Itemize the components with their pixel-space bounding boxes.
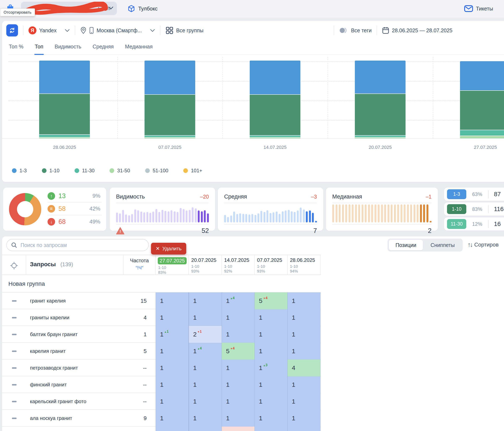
legend-item-31-50[interactable]: 31-50 bbox=[109, 168, 130, 174]
position-cell[interactable]: 1 bbox=[156, 293, 189, 309]
table-row[interactable]: финский гранит--11111 bbox=[2, 376, 321, 393]
bar-segment-1-3[interactable] bbox=[355, 61, 405, 93]
position-cell[interactable]: 1 bbox=[222, 410, 255, 427]
tab-Видимость[interactable]: Видимость bbox=[54, 41, 82, 55]
view-Сниппеты[interactable]: Сниппеты bbox=[424, 240, 461, 250]
position-cell[interactable] bbox=[189, 427, 222, 431]
position-cell[interactable]: 1 bbox=[189, 393, 222, 410]
position-cell[interactable] bbox=[288, 427, 321, 431]
position-cell[interactable]: 1 bbox=[288, 343, 321, 359]
header-date-07.07.2025[interactable]: 07.07.20251-1093% bbox=[254, 255, 288, 275]
position-cell[interactable]: 1 bbox=[288, 293, 321, 309]
delete-date-button[interactable]: ✕ Удалить bbox=[151, 243, 186, 255]
position-cell[interactable]: 1 bbox=[156, 393, 189, 410]
header-date-20.07.2025[interactable]: 20.07.20251-1093% bbox=[189, 255, 222, 275]
drag-handle[interactable] bbox=[12, 334, 17, 335]
bar-segment-1-3[interactable] bbox=[39, 61, 90, 93]
bar-segment-31-50[interactable] bbox=[460, 136, 504, 138]
bar-segment-11-30[interactable] bbox=[355, 136, 405, 137]
bar-segment-1-3[interactable] bbox=[250, 61, 300, 94]
drag-handle[interactable] bbox=[12, 418, 17, 419]
table-row[interactable]: карельский гранит фото--11111 bbox=[2, 393, 321, 410]
position-cell[interactable] bbox=[254, 427, 288, 431]
position-cell[interactable]: 5▼4 bbox=[254, 293, 288, 309]
date-range-picker[interactable]: 28.06.2025 — 28.07.2025 bbox=[382, 27, 452, 34]
position-cell[interactable]: 1 bbox=[254, 410, 288, 427]
region-selector[interactable]: Москва (Смартф... bbox=[80, 27, 155, 34]
bar-segment-31-50[interactable] bbox=[144, 138, 195, 138]
bar-segment-11-30[interactable] bbox=[250, 136, 300, 137]
position-cell[interactable]: 5▼4 bbox=[222, 343, 255, 359]
table-row[interactable]: гранит карелия15111▲45▼41 bbox=[2, 293, 321, 309]
position-cell[interactable]: 1▲4 bbox=[189, 343, 222, 359]
table-row[interactable]: ала носкуа гранит911111 bbox=[2, 410, 321, 427]
legend-item-1-10[interactable]: 1-10 bbox=[42, 168, 60, 174]
position-cell[interactable]: 1 bbox=[156, 343, 189, 359]
position-cell[interactable]: 1 bbox=[288, 376, 321, 393]
groups-selector[interactable]: Все группы bbox=[165, 27, 203, 34]
position-cell[interactable]: 1 bbox=[254, 393, 288, 410]
legend-item-1-3[interactable]: 1-3 bbox=[12, 168, 27, 174]
bar-segment-1-3[interactable] bbox=[144, 61, 195, 94]
position-cell[interactable]: 1▲1 bbox=[156, 326, 189, 343]
position-cell[interactable]: 1 bbox=[156, 376, 189, 393]
table-row[interactable]: карелия гранит511▲45▼411 bbox=[2, 343, 321, 359]
bar-segment-1-10[interactable] bbox=[144, 95, 195, 135]
position-cell[interactable]: 1 bbox=[189, 309, 222, 326]
position-cell[interactable]: 1▲3 bbox=[254, 359, 288, 376]
position-cell[interactable]: 2▼1 bbox=[189, 326, 222, 343]
bar-27.07.2025[interactable] bbox=[460, 61, 504, 138]
crosshair-icon[interactable] bbox=[10, 261, 18, 270]
bar-segment-31-50[interactable] bbox=[250, 138, 300, 138]
position-cell[interactable]: 1 bbox=[156, 309, 189, 326]
position-cell[interactable]: 1 bbox=[254, 343, 288, 359]
drag-handle[interactable] bbox=[12, 401, 17, 402]
search-engine-selector[interactable]: Я Yandex bbox=[28, 27, 70, 34]
toolbox-menu[interactable]: Тулбокс bbox=[127, 5, 158, 13]
top-pill-1-3[interactable]: 1-363%87 bbox=[444, 188, 504, 201]
position-cell[interactable]: 1 bbox=[189, 359, 222, 376]
header-date-14.07.2025[interactable]: 14.07.20251-1092% bbox=[222, 255, 255, 275]
bar-segment-1-10[interactable] bbox=[39, 94, 90, 134]
header-queries-column[interactable]: Запросы (139) bbox=[26, 255, 124, 275]
position-cell[interactable]: 1 bbox=[222, 359, 255, 376]
drag-handle[interactable] bbox=[12, 300, 17, 302]
drag-handle[interactable] bbox=[12, 317, 17, 318]
chevron-down-icon[interactable] bbox=[108, 6, 114, 10]
header-date-27.07.2025[interactable]: 27.07.20251-1083% bbox=[156, 255, 189, 275]
position-cell[interactable]: 1 bbox=[254, 309, 288, 326]
tickets-menu[interactable]: Тикеты bbox=[464, 5, 493, 12]
drag-handle[interactable] bbox=[12, 384, 17, 385]
bar-segment-1-10[interactable] bbox=[460, 91, 504, 130]
table-row-partial[interactable] bbox=[2, 427, 321, 431]
position-cell[interactable]: 1 bbox=[254, 326, 288, 343]
group-row[interactable]: Новая группа bbox=[2, 275, 321, 293]
position-cell[interactable]: 1 bbox=[222, 326, 255, 343]
bar-14.07.2025[interactable] bbox=[250, 61, 300, 138]
bar-segment-11-30[interactable] bbox=[460, 130, 504, 136]
position-cell[interactable]: 1 bbox=[288, 309, 321, 326]
bar-segment-1-10[interactable] bbox=[355, 94, 405, 135]
position-cell[interactable]: 4 bbox=[288, 359, 321, 376]
position-cell[interactable] bbox=[222, 427, 255, 431]
frequency-mode[interactable]: "!Ч" bbox=[124, 265, 155, 271]
position-cell[interactable]: 1▲4 bbox=[222, 293, 255, 309]
tab-Топ %[interactable]: Топ % bbox=[8, 41, 24, 55]
bar-segment-1-3[interactable] bbox=[460, 61, 504, 90]
refresh-button[interactable] bbox=[6, 24, 18, 37]
header-date-28.06.2025[interactable]: 28.06.20251-1094% bbox=[288, 255, 321, 275]
position-cell[interactable]: 1 bbox=[189, 410, 222, 427]
bar-segment-31-50[interactable] bbox=[355, 138, 405, 138]
tags-toggle[interactable]: Все теги bbox=[339, 27, 372, 34]
position-cell[interactable]: 1 bbox=[288, 393, 321, 410]
position-cell[interactable]: 1 bbox=[222, 393, 255, 410]
bar-07.07.2025[interactable] bbox=[144, 61, 195, 138]
bar-28.06.2025[interactable] bbox=[39, 61, 90, 138]
tab-Медианная[interactable]: Медианная bbox=[125, 41, 153, 55]
position-cell[interactable]: 1 bbox=[156, 410, 189, 427]
position-cell[interactable]: 1 bbox=[189, 376, 222, 393]
position-cell[interactable]: 1 bbox=[156, 359, 189, 376]
bar-20.07.2025[interactable] bbox=[355, 61, 405, 138]
position-cell[interactable] bbox=[156, 427, 189, 431]
position-cell[interactable]: 1 bbox=[189, 293, 222, 309]
